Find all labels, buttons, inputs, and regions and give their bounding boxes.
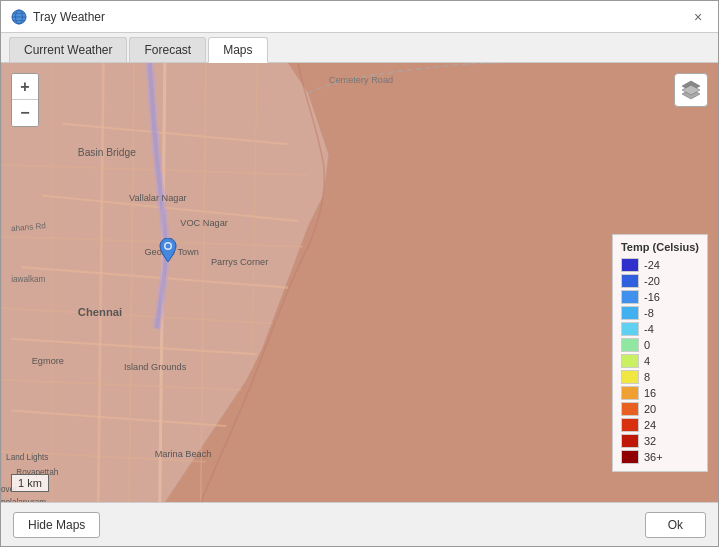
tab-bar: Current Weather Forecast Maps — [1, 33, 718, 63]
legend-temp-label: -20 — [644, 275, 660, 287]
legend-temp-label: 4 — [644, 355, 650, 367]
close-button[interactable]: × — [688, 7, 708, 27]
app-icon — [11, 9, 27, 25]
legend-color-swatch — [621, 370, 639, 384]
legend-color-swatch — [621, 402, 639, 416]
legend-item: -8 — [621, 305, 699, 321]
legend-color-swatch — [621, 274, 639, 288]
legend-color-swatch — [621, 450, 639, 464]
svg-text:Cemetery Road: Cemetery Road — [329, 75, 393, 85]
legend-temp-label: 16 — [644, 387, 656, 399]
legend-color-swatch — [621, 306, 639, 320]
tab-current-weather[interactable]: Current Weather — [9, 37, 127, 62]
svg-text:Land Lights: Land Lights — [6, 453, 48, 462]
footer: Hide Maps Ok — [1, 502, 718, 546]
legend-temp-label: -4 — [644, 323, 654, 335]
tab-forecast[interactable]: Forecast — [129, 37, 206, 62]
legend-item: -24 — [621, 257, 699, 273]
zoom-controls: + − — [11, 73, 39, 127]
legend-color-swatch — [621, 338, 639, 352]
hide-maps-button[interactable]: Hide Maps — [13, 512, 100, 538]
main-window: Tray Weather × Current Weather Forecast … — [0, 0, 719, 547]
legend-item: 16 — [621, 385, 699, 401]
legend-temp-label: 0 — [644, 339, 650, 351]
legend-item: -4 — [621, 321, 699, 337]
legend-item: 4 — [621, 353, 699, 369]
map-svg: Basin Bridge Vallalar Nagar VOC Nagar Ge… — [1, 63, 718, 502]
legend-color-swatch — [621, 386, 639, 400]
legend-temp-label: 36+ — [644, 451, 663, 463]
zoom-in-button[interactable]: + — [12, 74, 38, 100]
layers-icon — [680, 79, 702, 101]
legend-temp-label: -24 — [644, 259, 660, 271]
legend-item: 32 — [621, 433, 699, 449]
tab-maps[interactable]: Maps — [208, 37, 267, 63]
legend-temp-label: 8 — [644, 371, 650, 383]
legend-color-swatch — [621, 354, 639, 368]
window-title: Tray Weather — [33, 10, 105, 24]
svg-point-43 — [166, 244, 171, 249]
layers-button[interactable] — [674, 73, 708, 107]
legend-temp-label: 20 — [644, 403, 656, 415]
map-pin-icon — [156, 238, 180, 270]
title-bar: Tray Weather × — [1, 1, 718, 33]
legend-item: 20 — [621, 401, 699, 417]
legend-color-swatch — [621, 418, 639, 432]
svg-text:Basin Bridge: Basin Bridge — [78, 148, 136, 159]
legend-color-swatch — [621, 434, 639, 448]
location-marker — [156, 238, 180, 273]
legend-color-swatch — [621, 258, 639, 272]
svg-text:polalapuram: polalapuram — [1, 498, 46, 502]
legend-temp-label: 24 — [644, 419, 656, 431]
svg-text:Parrys Corner: Parrys Corner — [211, 257, 268, 267]
scale-bar: 1 km — [11, 474, 49, 492]
legend-item: 0 — [621, 337, 699, 353]
title-bar-left: Tray Weather — [11, 9, 105, 25]
temperature-legend: Temp (Celsius) -24-20-16-8-4048162024323… — [612, 234, 708, 472]
svg-text:Marina Beach: Marina Beach — [155, 449, 212, 459]
svg-text:iawalkam: iawalkam — [11, 276, 45, 285]
svg-text:Chennai: Chennai — [78, 306, 122, 318]
svg-text:Egmore: Egmore — [32, 356, 64, 366]
legend-temp-label: -16 — [644, 291, 660, 303]
ok-button[interactable]: Ok — [645, 512, 706, 538]
zoom-out-button[interactable]: − — [12, 100, 38, 126]
legend-item: 24 — [621, 417, 699, 433]
legend-item: -20 — [621, 273, 699, 289]
svg-text:VOC Nagar: VOC Nagar — [180, 218, 228, 228]
scale-label: 1 km — [18, 477, 42, 489]
svg-text:Vallalar Nagar: Vallalar Nagar — [129, 193, 187, 203]
legend-temp-label: 32 — [644, 435, 656, 447]
legend-color-swatch — [621, 322, 639, 336]
legend-item: -16 — [621, 289, 699, 305]
legend-item: 36+ — [621, 449, 699, 465]
map-area[interactable]: Basin Bridge Vallalar Nagar VOC Nagar Ge… — [1, 63, 718, 502]
svg-text:Island Grounds: Island Grounds — [124, 362, 187, 372]
legend-title: Temp (Celsius) — [621, 241, 699, 253]
legend-item: 8 — [621, 369, 699, 385]
legend-temp-label: -8 — [644, 307, 654, 319]
legend-color-swatch — [621, 290, 639, 304]
